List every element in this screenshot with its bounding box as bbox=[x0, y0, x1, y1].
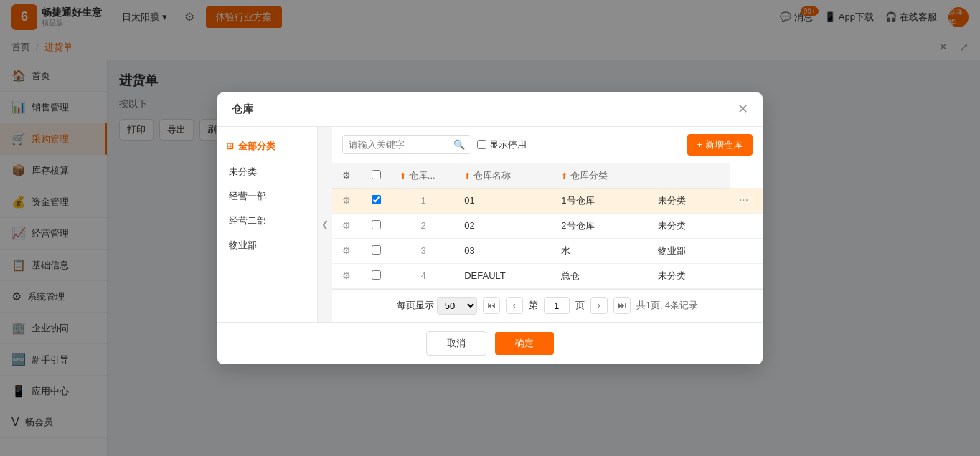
search-input[interactable] bbox=[343, 136, 448, 153]
dialog-sidebar-property[interactable]: 物业部 bbox=[217, 233, 317, 257]
warehouse-dialog: 仓库 ✕ ⊞ 全部分类 未分类 经营一部 经营二部 物业部 ❮ bbox=[217, 92, 763, 364]
page-prev-btn[interactable]: ‹ bbox=[506, 297, 523, 314]
row-code: DEFAULT bbox=[456, 263, 552, 288]
row-name: 水 bbox=[552, 238, 649, 263]
row-category: 未分类 bbox=[649, 213, 730, 238]
gear-icon: ⚙ bbox=[342, 170, 351, 181]
show-disabled-label[interactable]: 显示停用 bbox=[477, 138, 527, 151]
row-checkbox-cell bbox=[362, 263, 392, 288]
sidebar-collapse-btn[interactable]: ❮ bbox=[318, 127, 332, 322]
dialog-sidebar-ops2[interactable]: 经营二部 bbox=[217, 209, 317, 233]
dialog-close-btn[interactable]: ✕ bbox=[738, 103, 748, 115]
row-checkbox[interactable] bbox=[372, 270, 381, 280]
dialog-overlay: 仓库 ✕ ⊞ 全部分类 未分类 经营一部 经营二部 物业部 ❮ bbox=[0, 0, 980, 456]
show-disabled-checkbox[interactable] bbox=[477, 140, 486, 149]
dialog-title: 仓库 bbox=[232, 103, 253, 116]
dialog-sidebar: ⊞ 全部分类 未分类 经营一部 经营二部 物业部 bbox=[217, 127, 318, 322]
page-summary: 共1页, 4条记录 bbox=[636, 299, 699, 312]
add-warehouse-btn[interactable]: + 新增仓库 bbox=[687, 134, 753, 156]
dialog-footer: 取消 确定 bbox=[217, 322, 763, 364]
dialog-toolbar: 🔍 显示停用 + 新增仓库 bbox=[332, 127, 763, 163]
row-name: 2号仓库 bbox=[552, 213, 649, 238]
row-index: 4 bbox=[391, 263, 456, 288]
row-index: 3 bbox=[391, 238, 456, 263]
col-gear-header: ⚙ bbox=[332, 163, 362, 189]
col-code-header[interactable]: ⬆ 仓库... bbox=[391, 163, 456, 189]
grid-icon: ⊞ bbox=[226, 141, 234, 151]
search-icon[interactable]: 🔍 bbox=[448, 136, 471, 153]
search-box: 🔍 bbox=[342, 135, 471, 154]
page-last-btn[interactable]: ⏭ bbox=[613, 297, 631, 314]
row-checkbox-cell bbox=[362, 213, 392, 238]
col-actions-header bbox=[649, 163, 730, 189]
row-gear: ⚙ bbox=[332, 188, 362, 213]
dialog-sidebar-header[interactable]: ⊞ 全部分类 bbox=[217, 136, 317, 160]
row-name: 1号仓库 bbox=[552, 188, 649, 213]
row-gear: ⚙ bbox=[332, 213, 362, 238]
table-row[interactable]: ⚙ 3 03 水 物业部 bbox=[332, 238, 763, 263]
table-row[interactable]: ⚙ 1 01 1号仓库 未分类 ··· bbox=[332, 188, 763, 213]
row-actions bbox=[730, 213, 763, 238]
col-name-header[interactable]: ⬆ 仓库名称 bbox=[456, 163, 552, 189]
row-gear: ⚙ bbox=[332, 238, 362, 263]
row-checkbox[interactable] bbox=[372, 245, 381, 255]
dialog-header: 仓库 ✕ bbox=[217, 92, 763, 127]
row-category: 物业部 bbox=[649, 238, 730, 263]
row-gear: ⚙ bbox=[332, 263, 362, 288]
more-btn[interactable]: ··· bbox=[739, 194, 748, 206]
row-actions bbox=[730, 263, 763, 288]
row-category: 未分类 bbox=[649, 263, 730, 288]
row-category: 未分类 bbox=[649, 188, 730, 213]
row-name: 总仓 bbox=[552, 263, 649, 288]
row-actions bbox=[730, 238, 763, 263]
dialog-sidebar-ops1[interactable]: 经营一部 bbox=[217, 184, 317, 209]
dialog-sidebar-unclassified[interactable]: 未分类 bbox=[217, 160, 317, 184]
page-size-dropdown[interactable]: 50 100 200 bbox=[437, 297, 477, 315]
table-row[interactable]: ⚙ 2 02 2号仓库 未分类 bbox=[332, 213, 763, 238]
row-checkbox[interactable] bbox=[372, 195, 381, 204]
dialog-main: 🔍 显示停用 + 新增仓库 ⚙ bbox=[332, 127, 763, 322]
page-size-select: 每页显示 50 100 200 bbox=[397, 297, 477, 315]
row-code: 01 bbox=[456, 188, 552, 213]
row-checkbox-cell bbox=[362, 188, 392, 213]
row-index: 2 bbox=[391, 213, 456, 238]
dialog-body: ⊞ 全部分类 未分类 经营一部 经营二部 物业部 ❮ 🔍 bbox=[217, 127, 763, 322]
col-category-header[interactable]: ⬆ 仓库分类 bbox=[552, 163, 649, 189]
warehouse-table: ⚙ ⬆ 仓库... ⬆ bbox=[332, 163, 763, 289]
confirm-button[interactable]: 确定 bbox=[495, 332, 554, 355]
row-index: 1 bbox=[391, 188, 456, 213]
col-check-header bbox=[362, 163, 392, 189]
row-actions: ··· bbox=[730, 188, 763, 213]
row-checkbox[interactable] bbox=[372, 220, 381, 229]
warehouse-table-wrap: ⚙ ⬆ 仓库... ⬆ bbox=[332, 163, 763, 289]
select-all-checkbox[interactable] bbox=[372, 170, 381, 179]
page-next-btn[interactable]: › bbox=[590, 297, 608, 314]
page-first-btn[interactable]: ⏮ bbox=[483, 297, 500, 314]
row-checkbox-cell bbox=[362, 238, 392, 263]
cancel-button[interactable]: 取消 bbox=[426, 331, 486, 356]
row-code: 02 bbox=[456, 213, 552, 238]
row-code: 03 bbox=[456, 238, 552, 263]
dialog-pagination: 每页显示 50 100 200 ⏮ ‹ 第 页 › ⏭ 共1页, 4条记录 bbox=[332, 289, 763, 322]
table-row[interactable]: ⚙ 4 DEFAULT 总仓 未分类 bbox=[332, 263, 763, 288]
page-input[interactable] bbox=[544, 297, 570, 314]
